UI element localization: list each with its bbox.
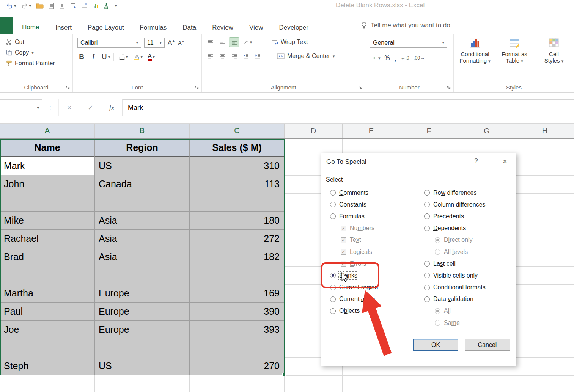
cell-B7[interactable]: Asia (95, 248, 190, 266)
tab-view[interactable]: View (241, 20, 271, 34)
radio-current-array[interactable]: Current array (330, 293, 420, 305)
cell-B13[interactable]: US (95, 357, 190, 375)
radio-control[interactable] (424, 261, 430, 267)
customize-qat-button[interactable]: ▾ (115, 4, 117, 8)
qat-chart-button[interactable] (93, 3, 99, 9)
cell-A12[interactable] (0, 339, 95, 357)
tab-home[interactable]: Home (14, 20, 47, 34)
radio-control[interactable] (424, 213, 430, 219)
copy-button[interactable]: Copy ▾ (6, 49, 72, 56)
name-box[interactable]: ▾ (0, 99, 42, 116)
insert-function-icon[interactable]: fx (101, 99, 122, 116)
checkbox-control[interactable]: ✓ (341, 249, 346, 255)
undo-button[interactable]: ▾ (6, 3, 16, 9)
checkbox-control[interactable]: ✓ (341, 226, 346, 231)
radio-control[interactable] (330, 213, 336, 219)
radio-comments[interactable]: Comments (330, 187, 420, 199)
cell-B8[interactable] (95, 266, 190, 284)
conditional-formatting-button[interactable]: ConditionalFormatting ▾ (457, 37, 493, 64)
cell-A3[interactable]: John (0, 175, 95, 193)
cell-A2[interactable]: Mark (0, 157, 95, 175)
radio-control[interactable] (330, 308, 336, 314)
qat-lines-down-button[interactable] (70, 3, 76, 9)
close-button[interactable]: × (499, 157, 511, 166)
merge-center-button[interactable]: Merge & Center ▾ (277, 53, 335, 60)
qat-lines-up-button[interactable] (81, 3, 88, 9)
cell-styles-button[interactable]: CellStyles ▾ (536, 37, 572, 64)
radio-row-differences[interactable]: Row differences (424, 187, 512, 199)
cell-A1[interactable]: Name (0, 139, 95, 157)
cell-B6[interactable]: Asia (95, 230, 190, 248)
cell-C9[interactable]: 169 (190, 284, 285, 303)
checkbox-numbers[interactable]: ✓Numbers (330, 223, 420, 234)
radio-formulas[interactable]: Formulas (330, 210, 420, 222)
cell-C10[interactable]: 390 (190, 303, 285, 321)
cell-C4[interactable] (190, 193, 285, 212)
wrap-text-button[interactable]: Wrap Text (271, 39, 308, 45)
fill-color-button[interactable]: ▾ (133, 54, 143, 60)
radio-control[interactable] (435, 320, 440, 326)
radio-control[interactable] (330, 296, 336, 302)
cell-B4[interactable] (95, 193, 190, 212)
cell-C3[interactable]: 113 (190, 175, 285, 193)
percent-style-button[interactable]: % (385, 55, 390, 61)
cell-C2[interactable]: 310 (190, 157, 285, 175)
ok-button[interactable]: OK (413, 339, 458, 351)
fill-handle[interactable] (282, 373, 286, 376)
radio-control[interactable] (435, 237, 440, 243)
orientation-button[interactable]: ▾ (241, 38, 254, 47)
cell-A8[interactable] (0, 266, 95, 284)
tell-me-box[interactable]: Tell me what you want to do (361, 22, 450, 29)
comma-style-button[interactable]: , (394, 53, 396, 63)
borders-button[interactable]: ▾ (119, 54, 128, 60)
radio-control[interactable] (330, 190, 336, 196)
align-center-button[interactable] (217, 52, 227, 61)
radio-control[interactable] (424, 226, 430, 231)
radio-control[interactable] (435, 308, 440, 314)
redo-button[interactable]: ▾ (21, 3, 31, 9)
radio-control[interactable] (424, 190, 430, 196)
cell-A5[interactable]: Mike (0, 212, 95, 230)
qat-document-button-2[interactable] (59, 3, 65, 9)
radio-conditional-formats[interactable]: Conditional formats (424, 282, 512, 293)
cell-C6[interactable]: 272 (190, 230, 285, 248)
bold-button[interactable]: B (78, 53, 85, 61)
increase-font-size-button[interactable]: A▲ (168, 39, 175, 47)
radio-objects[interactable]: Objects (330, 305, 420, 317)
font-size-combo[interactable]: 11 ▾ (144, 38, 165, 48)
radio-control[interactable] (424, 285, 430, 290)
cell-A7[interactable]: Brad (0, 248, 95, 266)
checkbox-text[interactable]: ✓Text (330, 234, 420, 246)
radio-last-cell[interactable]: Last cell (424, 258, 512, 270)
cell-B11[interactable]: Europe (95, 321, 190, 339)
radio-all[interactable]: All (424, 305, 512, 317)
number-dialog-launcher-icon[interactable] (447, 85, 451, 89)
formula-input[interactable]: Mark (122, 99, 574, 116)
cell-B12[interactable] (95, 339, 190, 357)
radio-direct-only[interactable]: Direct only (424, 234, 512, 246)
open-file-button[interactable] (36, 3, 44, 9)
cell-A13[interactable]: Steph (0, 357, 95, 375)
qat-flask-button[interactable] (104, 3, 110, 9)
checkbox-control[interactable]: ✓ (341, 237, 346, 243)
format-as-table-button[interactable]: Format asTable ▾ (496, 37, 533, 64)
chevron-down-icon[interactable]: ▾ (29, 4, 31, 8)
cancel-button[interactable]: Cancel (465, 339, 510, 351)
tab-data[interactable]: Data (175, 20, 204, 34)
decrease-font-size-button[interactable]: A▼ (178, 40, 184, 46)
cancel-entry-icon[interactable]: × (58, 99, 80, 116)
radio-all-levels[interactable]: All levels (424, 246, 512, 258)
radio-constants[interactable]: Constants (330, 199, 420, 210)
cell-A10[interactable]: Paul (0, 303, 95, 321)
font-dialog-launcher-icon[interactable] (195, 85, 199, 89)
cell-C11[interactable]: 393 (190, 321, 285, 339)
increase-indent-button[interactable] (253, 52, 263, 61)
cell-B1[interactable]: Region (95, 139, 190, 157)
cell-A6[interactable]: Rachael (0, 230, 95, 248)
cell-A11[interactable]: Joe (0, 321, 95, 339)
radio-visible-cells-only[interactable]: Visible cells only (424, 270, 512, 281)
decrease-decimal-button[interactable]: .00→ (414, 55, 425, 61)
cell-C8[interactable] (190, 266, 285, 284)
file-tab[interactable] (0, 17, 13, 34)
font-name-combo[interactable]: Calibri ▾ (77, 38, 141, 48)
